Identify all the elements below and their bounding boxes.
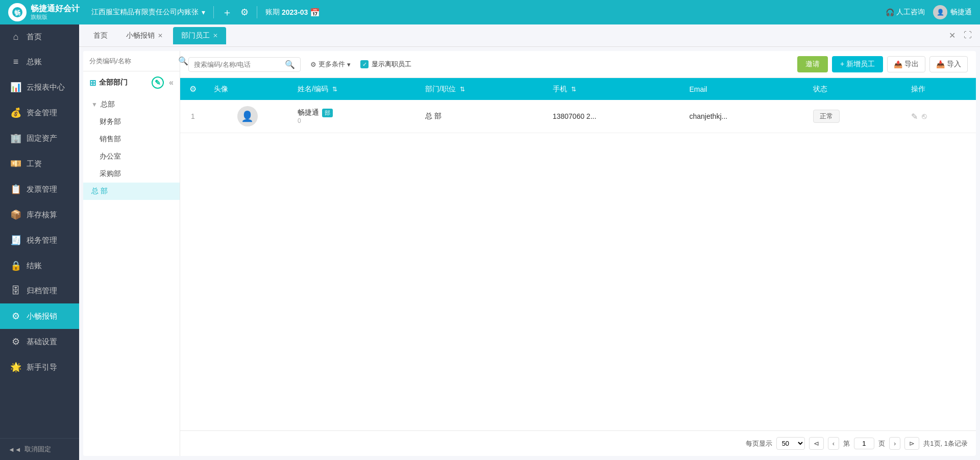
sidebar-item-inventory[interactable]: 📦 库存核算	[0, 202, 79, 227]
action-icons: ✎ ⎋	[911, 112, 968, 121]
tab-expense-label: 小畅报销	[126, 31, 155, 40]
th-settings[interactable]: ⚙	[180, 78, 206, 100]
company-selector[interactable]: 江西服宝精品有限责任公司内账张 ▾	[87, 6, 209, 19]
dept-tree: ▼ 总部 财务部 销售部 办公室 采购部	[83, 94, 180, 202]
period-label: 账期	[265, 8, 280, 17]
sidebar-item-settings[interactable]: ⚙ 基础设置	[0, 329, 79, 354]
sidebar-item-archive[interactable]: 🗄 归档管理	[0, 278, 79, 303]
calendar-icon[interactable]: 📅	[310, 8, 320, 17]
employee-search-input[interactable]	[194, 61, 282, 68]
settings-col-icon[interactable]: ⚙	[189, 85, 197, 93]
tab-dept-close[interactable]: ✕	[213, 32, 218, 39]
dept-edit-btn[interactable]: ✎	[152, 76, 164, 89]
th-phone[interactable]: 手机 ⇅	[545, 78, 681, 100]
row-status-cell: 正常	[805, 100, 902, 133]
dept-item-label: 财务部	[100, 117, 121, 126]
user-avatar: 👤	[933, 5, 947, 19]
edit-btn[interactable]: ✎	[911, 112, 918, 121]
more-filters-btn[interactable]: ⚙ 更多条件 ▾	[306, 57, 355, 71]
sidebar-item-tax[interactable]: 🧾 税务管理	[0, 227, 79, 253]
prev-page-btn[interactable]: ‹	[828, 437, 839, 450]
logo-text-area: 畅捷通好会计 旗舰版	[31, 4, 80, 21]
last-page-btn[interactable]: ⊳	[904, 437, 919, 450]
page-size-select[interactable]: 50 100	[776, 437, 805, 450]
th-dept-label: 部门/职位	[425, 85, 456, 93]
import-btn[interactable]: 📥 导入	[929, 56, 968, 72]
sidebar-item-invoice[interactable]: 📋 发票管理	[0, 176, 79, 202]
sidebar-label-expense: 小畅报销	[27, 312, 57, 321]
tab-home-label: 首页	[93, 31, 108, 40]
sidebar-label-assets: 固定资产	[27, 134, 57, 143]
collapse-btn[interactable]: «	[169, 78, 174, 87]
invite-btn[interactable]: 邀请	[797, 56, 828, 72]
tabs-right-actions: ✕ ⛶	[947, 29, 974, 42]
expand-icon: ▼	[91, 101, 97, 108]
sidebar-item-close[interactable]: 🔒 结账	[0, 253, 79, 278]
dept-tree-item-sales[interactable]: 销售部	[83, 131, 180, 148]
first-page-btn[interactable]: ⊲	[809, 437, 824, 450]
sidebar-item-home[interactable]: ⌂ 首页	[0, 24, 79, 49]
next-page-btn[interactable]: ›	[889, 437, 900, 450]
add-employee-btn[interactable]: + 新增员工	[832, 56, 883, 72]
sidebar-item-expense[interactable]: ⚙ 小畅报销	[0, 303, 79, 329]
page-label: 页	[878, 439, 885, 448]
th-avatar: 头像	[206, 78, 289, 100]
right-panel: 🔍 ⚙ 更多条件 ▾ ✓ 显示离职员工 邀请 + 新增员工	[180, 51, 976, 456]
sidebar-label-archive: 归档管理	[27, 286, 57, 296]
th-status: 状态	[805, 78, 902, 100]
sidebar-item-funds[interactable]: 💰 资金管理	[0, 100, 79, 125]
th-phone-label: 手机	[553, 85, 567, 93]
sidebar-label-tax: 税务管理	[27, 236, 57, 245]
sidebar-item-assets[interactable]: 🏢 固定资产	[0, 125, 79, 151]
dept-tree-item-finance[interactable]: 财务部	[83, 113, 180, 131]
sidebar-label-invoice: 发票管理	[27, 185, 57, 194]
tab-home[interactable]: 首页	[85, 27, 116, 44]
dept-tree-item-head[interactable]: ▼ 总部	[83, 96, 180, 113]
export-btn[interactable]: 📤 导出	[887, 56, 925, 72]
sidebar-item-guide[interactable]: 🌟 新手引导	[0, 354, 79, 380]
dept-tree-item-office[interactable]: 办公室	[83, 148, 180, 165]
page-input[interactable]	[854, 438, 874, 449]
sidebar-item-payroll[interactable]: 💴 工资	[0, 151, 79, 176]
employee-toolbar: 🔍 ⚙ 更多条件 ▾ ✓ 显示离职员工 邀请 + 新增员工	[180, 51, 976, 78]
avatar-icon: 👤	[241, 110, 254, 122]
dept-search-input[interactable]	[89, 57, 175, 65]
dept-item-label: 总 部	[91, 187, 108, 196]
th-name[interactable]: 姓名/编码 ⇅	[289, 78, 417, 100]
user-area[interactable]: 👤 畅捷通	[933, 5, 972, 19]
page-size-label: 每页显示	[746, 439, 772, 448]
th-actions: 操作	[903, 78, 976, 100]
add-company-btn[interactable]: ＋	[218, 6, 236, 19]
cancel-pin-btn[interactable]: ◄◄ 取消固定	[0, 438, 79, 460]
support-btn[interactable]: 🎧 人工咨询	[886, 8, 925, 17]
guide-icon: 🌟	[10, 362, 21, 373]
dept-tree-item-purchase[interactable]: 采购部	[83, 165, 180, 183]
close-tab-btn[interactable]: ✕	[947, 29, 958, 42]
tab-expense-close[interactable]: ✕	[158, 32, 163, 39]
sidebar-label-inventory: 库存核算	[27, 210, 57, 220]
sidebar-item-reports[interactable]: 📊 云报表中心	[0, 74, 79, 100]
headset-icon: 🎧	[886, 8, 894, 16]
show-resigned-checkbox[interactable]: ✓	[360, 60, 369, 68]
content-area: 首页 小畅报销 ✕ 部门员工 ✕ ✕ ⛶ 🔍	[79, 24, 980, 460]
th-email: Email	[681, 78, 805, 100]
expand-tab-btn[interactable]: ⛶	[962, 29, 974, 42]
th-name-label: 姓名/编码	[298, 85, 328, 93]
th-dept[interactable]: 部门/职位 ⇅	[417, 78, 545, 100]
sidebar-label-ledger: 总账	[27, 57, 42, 67]
user-name: 畅捷通	[950, 8, 972, 17]
employee-search-box: 🔍	[188, 57, 301, 72]
period-value: 2023-03	[282, 8, 308, 16]
show-resigned-toggle[interactable]: ✓ 显示离职员工	[360, 60, 411, 69]
delete-btn[interactable]: ⎋	[922, 112, 927, 121]
tab-expense[interactable]: 小畅报销 ✕	[118, 27, 171, 44]
sidebar-item-ledger[interactable]: ≡ 总账	[0, 49, 79, 74]
header-right: 🎧 人工咨询 👤 畅捷通	[886, 5, 972, 19]
row-avatar-cell: 👤	[206, 100, 289, 133]
sidebar-label-home: 首页	[27, 32, 42, 42]
dept-tree-item-head2[interactable]: 总 部	[83, 183, 180, 200]
header-settings-btn[interactable]: ⚙	[236, 7, 253, 18]
tab-dept-employee[interactable]: 部门员工 ✕	[173, 27, 226, 44]
search-icon[interactable]: 🔍	[285, 60, 295, 69]
pagination-bar: 每页显示 50 100 ⊲ ‹ 第 页 › ⊳ 共1页, 1条记录	[180, 430, 976, 456]
